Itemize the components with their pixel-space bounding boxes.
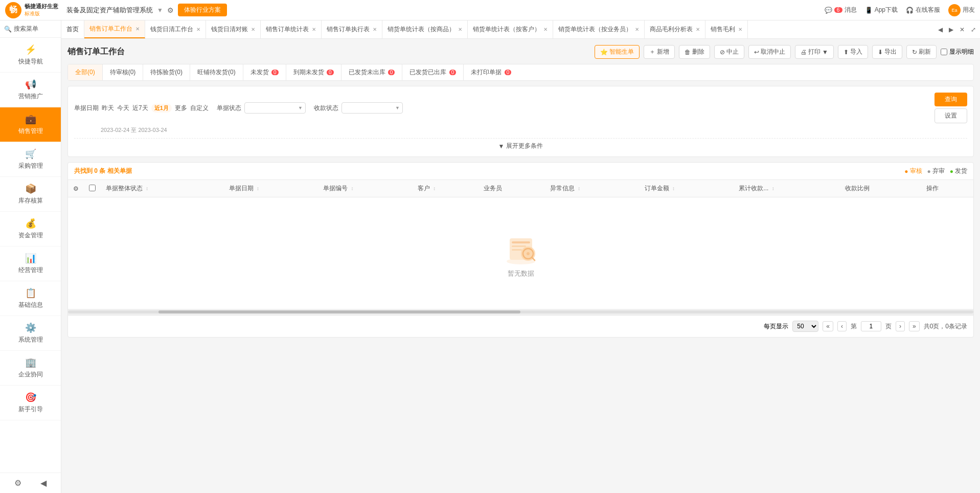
date-option-yesterday[interactable]: 昨天 bbox=[102, 104, 114, 113]
sidebar-item-guide[interactable]: 🎯 新手引导 bbox=[0, 386, 61, 420]
horizontal-scrollbar[interactable] bbox=[68, 309, 973, 315]
tab-sales-exec[interactable]: 销售订单执行表 ✕ bbox=[322, 20, 382, 38]
first-page-btn[interactable]: « bbox=[823, 321, 833, 331]
tab-nav-prev[interactable]: ◀ bbox=[936, 25, 945, 34]
show-detail-checkbox[interactable] bbox=[941, 49, 947, 55]
page-size-select[interactable]: 50 10 20 100 bbox=[792, 321, 818, 332]
tab-cash-reconcile[interactable]: 钱货日清对账 ✕ bbox=[206, 20, 261, 38]
tab-close-sales-workbench[interactable]: ✕ bbox=[135, 26, 140, 32]
tab-close-sales-more[interactable]: ✕ bbox=[738, 27, 742, 32]
refresh-btn[interactable]: ↻ 刷新 bbox=[906, 45, 937, 59]
sidebar-item-sales[interactable]: 💼 销售管理 bbox=[0, 107, 61, 142]
sidebar-collapse-icon[interactable]: ◀ bbox=[40, 478, 47, 488]
unstop-btn[interactable]: ↩ 取消中止 bbox=[748, 45, 791, 59]
app-download-btn[interactable]: 📱 App下载 bbox=[865, 6, 898, 14]
filter-tab-overdue[interactable]: 到期未发货 0 bbox=[286, 64, 341, 80]
cancel-audit-action-btn[interactable]: ● 弃审 bbox=[927, 167, 945, 175]
select-all-checkbox[interactable] bbox=[89, 185, 96, 191]
import-btn[interactable]: ⬆ 导入 bbox=[838, 45, 868, 59]
col-checkbox[interactable] bbox=[84, 180, 101, 197]
last-page-btn[interactable]: » bbox=[909, 321, 920, 331]
date-option-7days[interactable]: 近7天 bbox=[132, 104, 148, 113]
filter-tab-pending-audit[interactable]: 待审核(0) bbox=[103, 64, 144, 80]
col-amount[interactable]: 订单金额 ↕ bbox=[640, 180, 734, 197]
tab-fullscreen[interactable]: ⤢ bbox=[969, 25, 978, 34]
message-btn[interactable]: 💬 6 消息 bbox=[825, 6, 857, 14]
status-select[interactable] bbox=[244, 102, 306, 114]
date-option-more[interactable]: 更多 bbox=[175, 104, 187, 113]
filter-tab-shipped-not-out[interactable]: 已发货未出库 0 bbox=[341, 64, 403, 80]
col-received[interactable]: 累计收款... ↕ bbox=[734, 180, 840, 197]
sidebar-item-search[interactable]: 🔍 搜索菜单 bbox=[0, 20, 61, 38]
online-service-btn[interactable]: 🎧 在线客服 bbox=[906, 6, 940, 14]
export-btn[interactable]: ⬇ 导出 bbox=[872, 45, 902, 59]
tab-close-cash-daily[interactable]: ✕ bbox=[196, 27, 200, 32]
tab-sales-more[interactable]: 销售毛利 ✕ bbox=[705, 20, 748, 38]
tab-sales-summary-staff[interactable]: 销货单统计表（按业务员） ✕ bbox=[553, 20, 645, 38]
expand-btn[interactable]: ▼ 展开更多条件 bbox=[498, 142, 543, 150]
industry-btn[interactable]: 体验行业方案 bbox=[178, 4, 227, 16]
filter-tab-wangpu[interactable]: 旺铺待发货(0) bbox=[190, 64, 243, 80]
col-number[interactable]: 单据编号 ↕ bbox=[318, 180, 413, 197]
sidebar-item-quicknav[interactable]: ⚡ 快捷导航 bbox=[0, 38, 61, 73]
col-exception[interactable]: 异常信息 ↕ bbox=[545, 180, 640, 197]
tab-sales-stats[interactable]: 销售订单统计表 ✕ bbox=[261, 20, 322, 38]
tab-cash-daily[interactable]: 钱货日清工作台 ✕ bbox=[145, 20, 206, 38]
add-btn[interactable]: ＋ 新增 bbox=[644, 45, 675, 59]
sidebar-item-system[interactable]: ⚙️ 系统管理 bbox=[0, 316, 61, 351]
tab-close-sales-summary-product[interactable]: ✕ bbox=[458, 27, 462, 32]
dropdown-arrow-icon[interactable]: ▼ bbox=[157, 7, 163, 14]
sidebar-item-basic[interactable]: 📋 基础信息 bbox=[0, 281, 61, 316]
filter-tab-all[interactable]: 全部(0) bbox=[68, 64, 103, 80]
delete-btn[interactable]: 🗑 删除 bbox=[679, 45, 710, 59]
ship-action-btn[interactable]: ● 发货 bbox=[950, 167, 967, 175]
col-settings[interactable]: ⚙ bbox=[68, 180, 84, 197]
col-date[interactable]: 单据日期 ↕ bbox=[224, 180, 318, 197]
tab-close-profit-analysis[interactable]: ✕ bbox=[696, 27, 700, 32]
sidebar-item-purchase[interactable]: 🛒 采购管理 bbox=[0, 142, 61, 177]
tab-sales-summary-product[interactable]: 销货单统计表（按商品） ✕ bbox=[382, 20, 468, 38]
scrollbar-thumb[interactable] bbox=[158, 310, 520, 313]
filter-tab-pending-inspect[interactable]: 待拣验货(0) bbox=[143, 64, 190, 80]
print-btn[interactable]: 🖨 打印 ▼ bbox=[795, 45, 834, 59]
tab-close-sales-exec[interactable]: ✕ bbox=[373, 27, 377, 32]
tab-sales-workbench[interactable]: 销售订单工作台 ✕ bbox=[84, 20, 145, 38]
star-icon: ⭐ bbox=[600, 49, 608, 56]
date-option-today[interactable]: 今天 bbox=[117, 104, 129, 113]
date-option-custom[interactable]: 自定义 bbox=[190, 104, 209, 113]
sidebar-item-finance[interactable]: 💰 资金管理 bbox=[0, 212, 61, 246]
prev-page-btn[interactable]: ‹ bbox=[837, 321, 847, 331]
sidebar-settings-icon[interactable]: ⚙ bbox=[14, 478, 21, 488]
tab-nav: ◀ ▶ ✕ ⤢ bbox=[934, 25, 980, 34]
user-menu-btn[interactable]: Ea 用友 bbox=[948, 4, 975, 16]
tab-profit-analysis[interactable]: 商品毛利分析表 ✕ bbox=[645, 20, 705, 38]
date-option-1month[interactable]: 近1月 bbox=[151, 104, 172, 113]
col-customer[interactable]: 客户 ↕ bbox=[413, 180, 478, 197]
sidebar-item-enterprise[interactable]: 🏢 企业协同 bbox=[0, 351, 61, 386]
filter-tab-not-printed[interactable]: 未打印单据 0 bbox=[464, 64, 518, 80]
sidebar-item-inventory[interactable]: 📦 库存核算 bbox=[0, 177, 61, 212]
show-detail-checkbox-wrap[interactable]: 显示明细 bbox=[941, 48, 974, 56]
tab-sales-summary-customer[interactable]: 销货单统计表（按客户） ✕ bbox=[468, 20, 553, 38]
filter-tab-shipped-out[interactable]: 已发货已出库 0 bbox=[402, 64, 464, 80]
tab-close-sales-summary-staff[interactable]: ✕ bbox=[635, 27, 639, 32]
sidebar-item-marketing[interactable]: 📢 营销推广 bbox=[0, 73, 61, 107]
tab-nav-next[interactable]: ▶ bbox=[947, 25, 955, 34]
query-btn[interactable]: 查询 bbox=[935, 93, 967, 106]
col-staff[interactable]: 业务员 bbox=[478, 180, 545, 197]
tab-home[interactable]: 首页 bbox=[61, 20, 84, 38]
tab-close-sales-summary-customer[interactable]: ✕ bbox=[543, 27, 548, 32]
payment-select[interactable] bbox=[341, 102, 403, 114]
filter-tab-not-shipped[interactable]: 未发货 0 bbox=[243, 64, 286, 80]
stop-btn[interactable]: ⊘ 中止 bbox=[714, 45, 744, 59]
sidebar-item-operations[interactable]: 📊 经营管理 bbox=[0, 246, 61, 281]
page-number-input[interactable] bbox=[861, 321, 881, 331]
gear-settings-icon[interactable]: ⚙ bbox=[167, 6, 174, 14]
smart-generate-btn[interactable]: ⭐ 智能生单 bbox=[595, 45, 640, 59]
tab-close-cash-reconcile[interactable]: ✕ bbox=[251, 27, 255, 32]
set-btn[interactable]: 设置 bbox=[935, 108, 967, 123]
tab-close-sales-stats[interactable]: ✕ bbox=[312, 27, 316, 32]
tab-close-all[interactable]: ✕ bbox=[958, 25, 967, 34]
audit-action-btn[interactable]: ● 审核 bbox=[904, 167, 922, 175]
next-page-btn[interactable]: › bbox=[896, 321, 905, 331]
